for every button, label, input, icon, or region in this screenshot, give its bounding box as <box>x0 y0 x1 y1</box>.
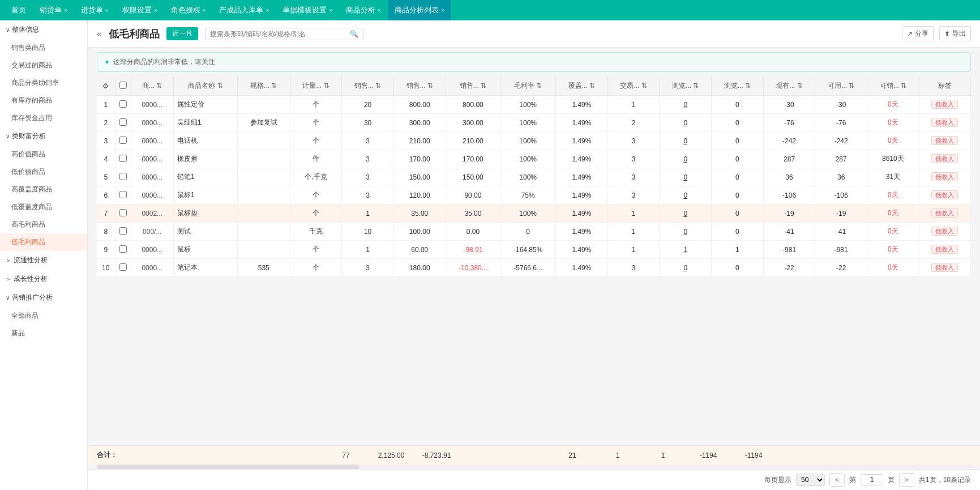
row-checkbox[interactable] <box>115 223 131 241</box>
select-all-checkbox[interactable] <box>119 82 127 89</box>
row-checkbox[interactable] <box>115 150 131 168</box>
sidebar-group-overall-title[interactable]: ∨ 整体信息 <box>0 20 87 39</box>
sidebar-item-low-value[interactable]: 低价值商品 <box>0 163 87 181</box>
row-checkbox[interactable] <box>115 132 131 150</box>
nav-role-auth[interactable]: 角色授权 × <box>164 0 213 20</box>
close-icon[interactable]: × <box>203 7 206 14</box>
row-checkbox[interactable] <box>115 241 131 259</box>
col-header-spec[interactable]: 规格... ⇅ <box>237 76 290 96</box>
row-views1[interactable]: 0 <box>660 96 712 114</box>
sidebar-item-high-coverage[interactable]: 高覆盖度商品 <box>0 181 87 198</box>
sidebar-item-high-value[interactable]: 高价值商品 <box>0 146 87 163</box>
row-views1[interactable]: 0 <box>660 150 712 168</box>
sidebar-group-growth-title[interactable]: ＞ 成长性分析 <box>0 270 87 288</box>
row-checkbox[interactable] <box>115 168 131 186</box>
row-checkbox[interactable] <box>115 204 131 223</box>
sidebar-item-capital-usage[interactable]: 库存资金占用 <box>0 109 87 127</box>
col-header-sales-qty[interactable]: 销售... ⇅ <box>342 76 394 96</box>
row-name[interactable]: 鼠标垫 <box>174 204 238 223</box>
row-name[interactable]: 测试 <box>174 223 238 241</box>
row-views1[interactable]: 0 <box>660 132 712 150</box>
sidebar-group-marketing-title[interactable]: ∨ 营销推广分析 <box>0 288 87 307</box>
col-header-views2[interactable]: 浏览... ⇅ <box>712 76 764 96</box>
row-name[interactable]: 橡皮擦 <box>174 150 238 168</box>
row-checkbox[interactable] <box>115 96 131 114</box>
nav-template-settings[interactable]: 单据模板设置 × <box>276 0 339 20</box>
row-name[interactable]: 鼠标 <box>174 241 238 259</box>
prev-page-button[interactable]: ＜ <box>829 473 845 487</box>
search-input[interactable] <box>210 30 350 38</box>
sidebar-item-category-rate[interactable]: 商品分类助销率 <box>0 74 87 92</box>
next-page-button[interactable]: ＞ <box>899 473 914 487</box>
col-header-unit[interactable]: 计量... ⇅ <box>290 76 342 96</box>
nav-product-analysis-list[interactable]: 商品分析列表 × <box>388 0 451 20</box>
row-name[interactable]: 铅笔1 <box>174 168 238 186</box>
row-select-checkbox[interactable] <box>119 118 127 126</box>
sidebar-item-high-margin[interactable]: 高毛利商品 <box>0 216 87 233</box>
nav-permission-settings[interactable]: 权限设置 × <box>115 0 164 20</box>
row-select-checkbox[interactable] <box>119 245 127 253</box>
row-views1[interactable]: 0 <box>660 204 712 223</box>
row-name[interactable]: 笔记本 <box>174 259 238 277</box>
row-views1[interactable]: 0 <box>660 186 712 204</box>
col-header-code[interactable]: 商... ⇅ <box>131 76 174 96</box>
row-select-checkbox[interactable] <box>119 209 127 216</box>
col-header-current-stock[interactable]: 现有... ⇅ <box>763 76 815 96</box>
sidebar-item-traded-products[interactable]: 交易过的商品 <box>0 57 87 74</box>
col-header-name[interactable]: 商品名称 ⇅ <box>174 76 238 96</box>
row-checkbox[interactable] <box>115 186 131 204</box>
nav-purchase-order[interactable]: 进货单 × <box>74 0 115 20</box>
sidebar-item-in-stock[interactable]: 有库存的商品 <box>0 92 87 109</box>
close-icon[interactable]: × <box>441 7 444 14</box>
row-select-checkbox[interactable] <box>119 137 127 144</box>
sidebar-item-low-coverage[interactable]: 低覆盖度商品 <box>0 198 87 216</box>
search-icon[interactable]: 🔍 <box>350 30 358 38</box>
sidebar-item-all-products[interactable]: 全部商品 <box>0 307 87 325</box>
row-name[interactable]: 电话机 <box>174 132 238 150</box>
row-select-checkbox[interactable] <box>119 191 127 198</box>
row-checkbox[interactable] <box>115 114 131 132</box>
nav-product-analysis[interactable]: 商品分析 × <box>339 0 388 20</box>
sidebar-item-sales-products[interactable]: 销售类商品 <box>0 39 87 57</box>
row-views1[interactable]: 1 <box>660 241 712 259</box>
row-views1[interactable]: 0 <box>660 114 712 132</box>
row-views1[interactable]: 0 <box>660 168 712 186</box>
col-header-coverage[interactable]: 覆盖... ⇅ <box>556 76 608 96</box>
close-icon[interactable]: × <box>154 7 157 14</box>
close-icon[interactable]: × <box>105 7 109 14</box>
col-header-available[interactable]: 可用... ⇅ <box>815 76 867 96</box>
row-views1[interactable]: 0 <box>660 259 712 277</box>
collapse-sidebar-btn[interactable]: « <box>97 29 102 39</box>
col-header-sales-profit[interactable]: 销售... ⇅ <box>446 76 500 96</box>
horizontal-scroll[interactable] <box>97 465 971 469</box>
row-select-checkbox[interactable] <box>119 263 127 271</box>
row-name[interactable]: 吴细细1 <box>174 114 238 132</box>
sidebar-item-low-margin[interactable]: 低毛利商品 <box>0 233 87 251</box>
nav-product-entry[interactable]: 产成品入库单 × <box>212 0 276 20</box>
export-button[interactable]: ⬆ 导出 <box>939 26 971 41</box>
close-icon[interactable]: × <box>378 7 381 14</box>
col-header-sales-amount[interactable]: 销售... ⇅ <box>393 76 446 96</box>
row-select-checkbox[interactable] <box>119 227 127 235</box>
row-name[interactable]: 属性定价 <box>174 96 238 114</box>
close-icon[interactable]: × <box>266 7 269 14</box>
col-header-trade[interactable]: 交易... ⇅ <box>607 76 660 96</box>
row-select-checkbox[interactable] <box>119 173 127 180</box>
close-icon[interactable]: × <box>329 7 332 14</box>
sidebar-group-wealth-title[interactable]: ∨ 类财富分析 <box>0 127 87 146</box>
page-number-input[interactable] <box>861 474 883 485</box>
sidebar-item-new-products[interactable]: 新品 <box>0 325 87 342</box>
nav-sales-order[interactable]: 销货单 × <box>33 0 74 20</box>
per-page-select[interactable]: 50 100 200 <box>796 474 825 486</box>
col-header-views1[interactable]: 浏览... ⇅ <box>660 76 712 96</box>
row-name[interactable]: 鼠标1 <box>174 186 238 204</box>
row-select-checkbox[interactable] <box>119 100 127 108</box>
sidebar-group-circulation-title[interactable]: ＞ 流通性分析 <box>0 251 87 270</box>
row-checkbox[interactable] <box>115 259 131 277</box>
row-views1[interactable]: 0 <box>660 223 712 241</box>
date-filter-button[interactable]: 近一月 <box>166 27 198 40</box>
col-header-checkbox[interactable] <box>115 76 131 96</box>
share-button[interactable]: ↗ 分享 <box>902 26 934 41</box>
col-header-sellable[interactable]: 可销... ⇅ <box>867 76 919 96</box>
row-select-checkbox[interactable] <box>119 155 127 162</box>
